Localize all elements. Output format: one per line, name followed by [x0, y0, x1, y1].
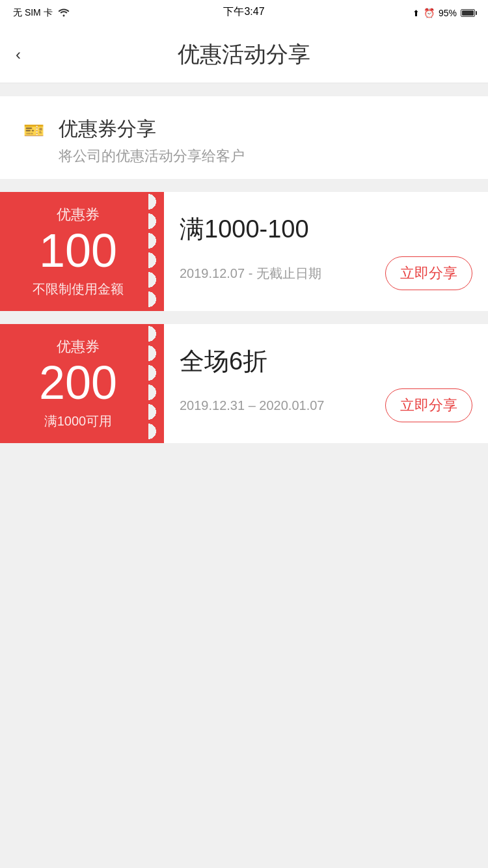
coupon-bottom-row-0: 2019.12.07 - 无截止日期 立即分享	[180, 256, 472, 290]
coupon-card: 优惠券 200 满1000可用 全场6折 2019.12.31 – 2020.0…	[0, 324, 488, 443]
coupon-list: 优惠券 100 不限制使用金额 满1000-100 2019.12.07 - 无…	[0, 192, 488, 469]
coupon-condition-1: 满1000可用	[44, 413, 113, 430]
coupon-date-1: 2019.12.31 – 2020.01.07	[180, 398, 324, 413]
coupon-title-1: 全场6折	[180, 345, 472, 378]
coupon-right-1: 全场6折 2019.12.31 – 2020.01.07 立即分享	[156, 324, 488, 443]
coupon-share-button-0[interactable]: 立即分享	[385, 256, 472, 290]
section-text-group: 优惠券分享 将公司的优惠活动分享给客户	[59, 116, 245, 166]
battery-percent: 95%	[439, 8, 457, 18]
coupon-label-0: 优惠券	[57, 205, 100, 224]
coupon-card: 优惠券 100 不限制使用金额 满1000-100 2019.12.07 - 无…	[0, 192, 488, 311]
coupon-condition-0: 不限制使用金额	[33, 280, 124, 298]
carrier-label: 无 SIM 卡	[13, 7, 53, 19]
section-subtitle: 将公司的优惠活动分享给客户	[59, 146, 245, 166]
battery-icon	[461, 9, 475, 17]
coupon-left-1: 优惠券 200 满1000可用	[0, 324, 156, 443]
coupon-right-0: 满1000-100 2019.12.07 - 无截止日期 立即分享	[156, 192, 488, 311]
coupon-date-0: 2019.12.07 - 无截止日期	[180, 265, 321, 282]
coupon-share-button-1[interactable]: 立即分享	[385, 388, 472, 422]
status-time: 下午3:47	[223, 5, 264, 19]
coupon-left-0: 优惠券 100 不限制使用金额	[0, 192, 156, 311]
coupon-amount-0: 100	[39, 227, 117, 274]
coupon-amount-1: 200	[39, 359, 117, 406]
coupon-icon: 🎫	[20, 116, 48, 144]
page-title: 优惠活动分享	[178, 40, 310, 70]
section-header: 🎫 优惠券分享 将公司的优惠活动分享给客户	[0, 96, 488, 179]
coupon-label-1: 优惠券	[57, 337, 100, 357]
coupon-bottom-row-1: 2019.12.31 – 2020.01.07 立即分享	[180, 388, 472, 422]
nav-bar: ‹ 优惠活动分享	[0, 26, 488, 83]
empty-area	[0, 469, 488, 860]
location-icon: ⬆	[413, 8, 420, 18]
coupon-title-0: 满1000-100	[180, 213, 472, 246]
status-bar: 无 SIM 卡 下午3:47 ⬆ ⏰ 95%	[0, 0, 488, 26]
alarm-icon: ⏰	[424, 8, 435, 18]
status-left: 无 SIM 卡	[13, 7, 70, 19]
back-button[interactable]: ‹	[16, 46, 21, 64]
status-right: ⬆ ⏰ 95%	[413, 8, 475, 18]
section-title: 优惠券分享	[59, 116, 245, 142]
wifi-icon	[58, 8, 70, 19]
